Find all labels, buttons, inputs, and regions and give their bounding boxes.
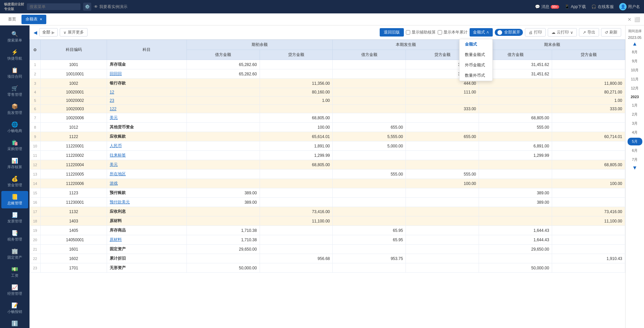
row-closing-debit: 29,650.00 bbox=[479, 245, 552, 254]
print-button[interactable]: 🖨 打印 bbox=[525, 28, 546, 37]
refresh-button[interactable]: ↺ 刷新 bbox=[601, 28, 621, 37]
row-name[interactable]: 应收账款 bbox=[107, 132, 187, 141]
settings-icon[interactable]: ⚙️ bbox=[83, 3, 91, 11]
app-download-button[interactable]: 📱 App下载 bbox=[565, 4, 586, 10]
row-period-debit: 953.75 bbox=[333, 254, 406, 263]
sidebar-item-project[interactable]: 📋 项目合同 bbox=[1, 64, 28, 82]
row-name[interactable]: 库存现金 bbox=[107, 60, 187, 69]
sidebar-item-basic[interactable]: ℹ️ 基础信息 bbox=[1, 318, 28, 328]
export-button[interactable]: ↗ 导出 bbox=[579, 28, 599, 37]
row-opening-credit bbox=[260, 170, 333, 179]
mode-button[interactable]: 金额式 ∧ bbox=[470, 28, 493, 37]
row-code: 10020001 bbox=[41, 88, 107, 96]
period-item-nov[interactable]: 11月 bbox=[628, 75, 642, 83]
table-row: 2 10010001 回回回 65,282.60 33,830.98 31,45… bbox=[30, 69, 625, 79]
period-item-sep[interactable]: 9月 bbox=[628, 57, 642, 65]
sidebar-item-wholesale[interactable]: 📦 批发管理 bbox=[1, 101, 28, 118]
row-name[interactable]: 美元 bbox=[107, 160, 187, 170]
period-nav-down[interactable]: ▼ bbox=[632, 165, 638, 171]
opening-group-header: 期初余额 bbox=[186, 40, 333, 50]
sidebar-item-search[interactable]: 🔍 搜索菜单 bbox=[1, 28, 28, 46]
row-name[interactable]: 预付款美元 bbox=[107, 198, 187, 207]
period-item-jul[interactable]: 7月 bbox=[628, 156, 642, 163]
row-name[interactable]: 游戏 bbox=[107, 179, 187, 188]
row-name[interactable]: 所在地区 bbox=[107, 170, 187, 179]
sidebar-item-retail[interactable]: 🛒 零售管理 bbox=[1, 82, 28, 100]
tab-balance[interactable]: 余额表 ✕ bbox=[21, 15, 46, 24]
period-item-apr[interactable]: 4月 bbox=[628, 129, 642, 136]
sidebar-item-payroll[interactable]: 💵 工资 bbox=[1, 263, 28, 281]
demo-link[interactable]: 👁 我要看实例演示 bbox=[94, 4, 127, 10]
row-name[interactable]: 美元 bbox=[107, 113, 187, 123]
sidebar-item-reports[interactable]: 📝 小畅报销 bbox=[1, 300, 28, 317]
cloud-print-button[interactable]: ☁ 云打印 ∨ bbox=[548, 28, 577, 37]
row-name[interactable]: 12 bbox=[107, 88, 187, 96]
row-name[interactable]: 其他货币资金 bbox=[107, 123, 187, 132]
dropdown-item-qty-foreign[interactable]: 数量外币式 bbox=[460, 70, 492, 81]
dropdown-item-foreign-amount[interactable]: 外币金额式 bbox=[460, 60, 492, 70]
row-name[interactable]: 累计折旧 bbox=[107, 254, 187, 263]
period-item-aug[interactable]: 8月 bbox=[628, 48, 642, 56]
nav-back[interactable]: ◀ bbox=[34, 30, 37, 35]
row-closing-debit: 1,644.43 bbox=[479, 235, 552, 245]
row-name[interactable]: 原材料 bbox=[107, 216, 187, 226]
tab-close-balance[interactable]: ✕ bbox=[40, 17, 42, 21]
period-item-oct[interactable]: 10月 bbox=[628, 66, 642, 74]
period-item-jun[interactable]: 6月 bbox=[628, 147, 642, 154]
expand-more-button[interactable]: ∨ 展开更多 bbox=[60, 28, 88, 37]
row-no: 21 bbox=[30, 245, 41, 254]
row-name[interactable]: 库存商品 bbox=[107, 226, 187, 235]
settings-column-header[interactable]: ⚙ bbox=[30, 40, 41, 60]
row-code: 11220005 bbox=[41, 170, 107, 179]
row-period-credit bbox=[406, 254, 479, 263]
message-button[interactable]: 💬 消息 99+ bbox=[535, 4, 559, 10]
show-auxiliary-checkbox[interactable]: 显示辅助核算 bbox=[406, 29, 436, 35]
row-opening-credit: 11,100.00 bbox=[260, 216, 333, 226]
row-period-debit bbox=[333, 207, 406, 216]
sidebar-item-quicknav[interactable]: ⚡ 快捷导航 bbox=[1, 46, 28, 64]
sidebar-item-ecommerce[interactable]: 🌐 小畅电商 bbox=[1, 119, 28, 136]
sidebar-item-capital[interactable]: 💰 资金管理 bbox=[1, 173, 28, 190]
row-name[interactable]: 原材料 bbox=[107, 235, 187, 245]
row-name[interactable]: 23 bbox=[107, 96, 187, 105]
row-opening-debit bbox=[186, 170, 260, 179]
user-avatar[interactable]: 👤 用户名 bbox=[619, 3, 640, 10]
row-name[interactable]: 固定资产 bbox=[107, 245, 187, 254]
dropdown-item-qty-amount[interactable]: 数量金额式 bbox=[460, 50, 492, 60]
top-bar: 畅捷通好业财 专业版 ⚙️ 👁 我要看实例演示 💬 消息 99+ 📱 App下载… bbox=[0, 0, 644, 13]
sidebar-item-inventory[interactable]: 📊 库存核算 bbox=[1, 155, 28, 172]
window-maximize-icon[interactable]: ⬜ bbox=[634, 17, 640, 22]
sidebar-item-operations[interactable]: 📈 经营管理 bbox=[1, 281, 28, 299]
row-name[interactable]: 应收利息 bbox=[107, 207, 187, 216]
period-item-jan[interactable]: 1月 bbox=[628, 102, 642, 109]
row-name[interactable]: 回回回 bbox=[107, 69, 187, 79]
online-service-button[interactable]: 🎧 在线客服 bbox=[591, 4, 614, 10]
table-row: 5 10020002 23 1.00 1.00 bbox=[30, 96, 625, 105]
expand-all-toggle[interactable]: 全部展开 bbox=[495, 29, 523, 36]
row-name[interactable]: 预付账款 bbox=[107, 188, 187, 198]
dropdown-item-amount[interactable]: 金额式 bbox=[460, 39, 492, 50]
row-name[interactable]: 人民币 bbox=[107, 141, 187, 151]
tab-home[interactable]: 首页 bbox=[4, 15, 20, 24]
row-name[interactable]: 122 bbox=[107, 105, 187, 113]
return-old-version-button[interactable]: 退回旧版 bbox=[380, 28, 404, 37]
row-opening-credit: 68,805.00 bbox=[260, 113, 333, 123]
period-item-feb[interactable]: 2月 bbox=[628, 111, 642, 118]
sidebar-item-tax[interactable]: 📑 税务管理 bbox=[1, 227, 28, 245]
window-close-icon[interactable]: ✕ bbox=[628, 17, 632, 22]
row-name[interactable]: 往来标签 bbox=[107, 151, 187, 160]
search-input[interactable] bbox=[27, 3, 80, 10]
row-name[interactable]: 银行存款 bbox=[107, 79, 187, 88]
row-period-debit bbox=[333, 160, 406, 170]
sidebar-item-invoice[interactable]: 🧾 发票管理 bbox=[1, 209, 28, 226]
period-item-dec[interactable]: 12月 bbox=[628, 84, 642, 92]
period-nav-up[interactable]: ▲ bbox=[632, 41, 638, 47]
sidebar-item-ledger[interactable]: 📒 总账管理 bbox=[1, 191, 28, 208]
row-period-credit: 333.00 bbox=[406, 105, 479, 113]
period-item-mar[interactable]: 3月 bbox=[628, 120, 642, 127]
row-name[interactable]: 无形资产 bbox=[107, 263, 187, 273]
period-item-may[interactable]: 5月 bbox=[628, 138, 642, 145]
show-ytd-checkbox[interactable]: 显示本年累计 bbox=[438, 29, 468, 35]
sidebar-item-assets[interactable]: 🏢 固定资产 bbox=[1, 245, 28, 263]
sidebar-item-purchase[interactable]: 🛍️ 采购管理 bbox=[1, 137, 28, 154]
